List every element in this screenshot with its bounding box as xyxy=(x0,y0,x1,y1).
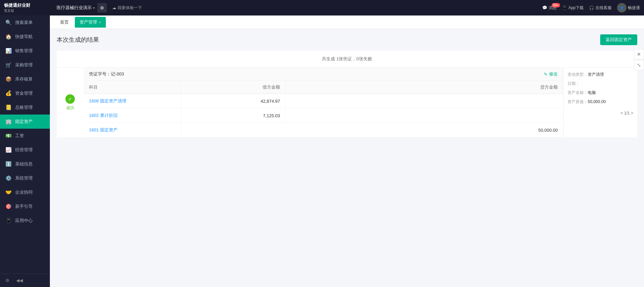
close-panel-button[interactable]: ✕ xyxy=(634,49,644,59)
page-title: 本次生成的结果 xyxy=(57,36,99,44)
collapse-button[interactable]: ◀◀ xyxy=(15,277,24,284)
sidebar-item-label: 基础信息 xyxy=(15,161,33,167)
right-panel: 变动类型： 资产清理 日期： 资产名称： 电脑 资产原值： xyxy=(563,68,637,137)
panel-controls: ✕ ⤡ xyxy=(634,49,644,70)
payroll-icon: 💵 xyxy=(5,133,12,139)
page-content: 本次生成的结果 返回固定资产 共生成 1张凭证，0张失败 ✓ 成功 凭证字号：记… xyxy=(50,29,644,287)
sidebar-item-app-center[interactable]: 📱 应用中心 xyxy=(0,214,50,228)
row2-debit: 7,125.03 xyxy=(181,109,286,122)
sidebar-item-label: 固定资产 xyxy=(15,119,33,125)
avatar: 👤 xyxy=(617,3,626,12)
sidebar-bottom: ⚙ ◀◀ xyxy=(0,274,50,287)
return-button[interactable]: 返回固定资产 xyxy=(600,34,637,45)
row2-subject[interactable]: 1602 累计折旧 xyxy=(84,108,181,123)
table-row: 1601 固定资产 50,000.00 xyxy=(84,123,563,137)
enterprise-icon: 🤝 xyxy=(5,189,12,195)
row1-debit: 42,874.97 xyxy=(181,95,286,108)
sidebar-item-label: 经营管理 xyxy=(15,147,33,153)
trial-button[interactable]: ☁ 我要体验一下 xyxy=(110,4,145,12)
system-icon: ⚙️ xyxy=(5,175,12,181)
sidebar-item-label: 销售管理 xyxy=(15,48,33,54)
success-indicator: ✓ 成功 xyxy=(57,68,84,137)
logo-sub: 普及版 xyxy=(4,8,54,13)
sidebar-item-payroll[interactable]: 💵 工资 xyxy=(0,129,50,143)
tab-home-label: 首页 xyxy=(60,19,69,25)
asset-name-row: 资产名称： 电脑 xyxy=(568,90,633,96)
online-service-button[interactable]: 🎧 在线客服 xyxy=(589,5,612,11)
asset-name-label: 资产名称： xyxy=(568,90,588,96)
sidebar-item-ledger[interactable]: 📒 总账管理 xyxy=(0,100,50,115)
operations-icon: 📈 xyxy=(5,147,12,153)
sidebar-item-operations[interactable]: 📈 经营管理 xyxy=(0,143,50,157)
cloud-icon: ☁ xyxy=(112,5,116,10)
user-menu[interactable]: 👤 畅捷通 xyxy=(617,3,640,12)
th-subject: 科目 xyxy=(84,81,181,94)
date-label: 日期： xyxy=(568,81,588,87)
sidebar-item-quick-nav[interactable]: 🏠 快捷导航 xyxy=(0,30,50,44)
sales-icon: 📊 xyxy=(5,48,12,54)
sidebar-item-guide[interactable]: 🎯 新手引导 xyxy=(0,199,50,214)
sidebar-item-system[interactable]: ⚙️ 系统管理 xyxy=(0,171,50,185)
settings-bottom-button[interactable]: ⚙ xyxy=(4,277,11,284)
message-icon: 💬 xyxy=(542,5,547,10)
headset-icon: 🎧 xyxy=(589,5,594,10)
tab-home[interactable]: 首页 xyxy=(55,17,73,28)
chevron-down-icon: ▾ xyxy=(93,6,95,10)
logo-title: 畅捷通好业财 xyxy=(4,2,54,8)
tab-asset-management[interactable]: 资产管理 × xyxy=(75,17,106,28)
th-credit: 贷方金额 xyxy=(286,81,563,94)
sidebar-item-search[interactable]: 🔍 搜索菜单 xyxy=(0,15,50,30)
messages-badge: 99+ xyxy=(552,3,560,7)
row1-subject[interactable]: 1606 固定资产清理 xyxy=(84,94,181,108)
app-center-icon: 📱 xyxy=(5,218,12,224)
company-name: 医疗器械行业演示 xyxy=(57,5,92,11)
sidebar-item-funds[interactable]: 💰 资金管理 xyxy=(0,86,50,100)
th-debit: 借方金额 xyxy=(181,81,286,94)
sidebar-item-basic-info[interactable]: ℹ️ 基础信息 xyxy=(0,157,50,171)
sidebar-item-label: 系统管理 xyxy=(15,175,33,181)
sidebar-item-label: 库存核算 xyxy=(15,76,33,82)
original-value-value: 50,000.00 xyxy=(588,99,606,104)
settings-button[interactable]: ⚙ xyxy=(97,3,107,12)
expand-panel-button[interactable]: ⤡ xyxy=(634,60,644,70)
tab-close-button[interactable]: × xyxy=(99,20,101,24)
row3-subject[interactable]: 1601 固定资产 xyxy=(84,123,181,137)
sidebar-item-label: 应用中心 xyxy=(15,218,33,224)
change-type-label: 变动类型： xyxy=(568,72,588,77)
pagination[interactable]: < 1/1 > xyxy=(568,108,633,116)
online-service-label: 在线客服 xyxy=(595,5,612,11)
result-panel: 共生成 1张凭证，0张失败 ✓ 成功 凭证字号：记-003 ✎ 修改 xyxy=(57,51,637,137)
edit-icon: ✎ xyxy=(544,72,548,77)
content-area: 首页 资产管理 × 本次生成的结果 返回固定资产 共生成 1张凭证，0张失败 ✓… xyxy=(50,15,644,287)
sidebar-item-enterprise[interactable]: 🤝 企业协同 xyxy=(0,185,50,199)
row1-credit xyxy=(286,97,563,105)
home-icon: 🏠 xyxy=(5,34,12,40)
header-center: 医疗器械行业演示 ▾ ⚙ ☁ 我要体验一下 xyxy=(54,3,542,12)
building-icon: 🏢 xyxy=(5,119,12,125)
voucher-container: ✓ 成功 凭证字号：记-003 ✎ 修改 科目 xyxy=(57,68,637,137)
edit-button[interactable]: ✎ 修改 xyxy=(544,71,558,77)
username-label: 畅捷通 xyxy=(628,5,640,11)
sidebar-item-inventory[interactable]: 📦 库存核算 xyxy=(0,72,50,86)
sidebar-item-sales[interactable]: 📊 销售管理 xyxy=(0,44,50,58)
table-row: 1606 固定资产清理 42,874.97 xyxy=(84,94,563,108)
sidebar-item-label: 资金管理 xyxy=(15,90,33,96)
sidebar-item-label: 企业协同 xyxy=(15,189,33,195)
row3-credit: 50,000.00 xyxy=(286,124,563,137)
sidebar-item-label: 采购管理 xyxy=(15,62,33,68)
company-selector[interactable]: 医疗器械行业演示 ▾ xyxy=(57,5,95,11)
sidebar-item-purchase[interactable]: 🛒 采购管理 xyxy=(0,58,50,72)
sidebar-item-fixed-assets[interactable]: 🏢 固定资产 xyxy=(0,115,50,129)
messages-button[interactable]: 💬 消息 99+ xyxy=(542,5,557,11)
app-download-button[interactable]: 📱 App下载 xyxy=(562,5,584,11)
sidebar-item-label: 工资 xyxy=(15,133,24,139)
mobile-icon: 📱 xyxy=(562,5,567,10)
sidebar-scroll[interactable]: 🔍 搜索菜单 🏠 快捷导航 📊 销售管理 🛒 采购管理 📦 库存核算 💰 xyxy=(0,15,50,274)
sidebar-item-label: 快捷导航 xyxy=(15,34,33,40)
asset-name-value: 电脑 xyxy=(588,90,596,96)
tab-bar: 首页 资产管理 × xyxy=(50,15,644,29)
funds-icon: 💰 xyxy=(5,90,12,96)
row2-credit xyxy=(286,111,563,120)
top-header: 畅捷通好业财 普及版 医疗器械行业演示 ▾ ⚙ ☁ 我要体验一下 💬 消息 99… xyxy=(0,0,644,15)
info-icon: ℹ️ xyxy=(5,161,12,167)
